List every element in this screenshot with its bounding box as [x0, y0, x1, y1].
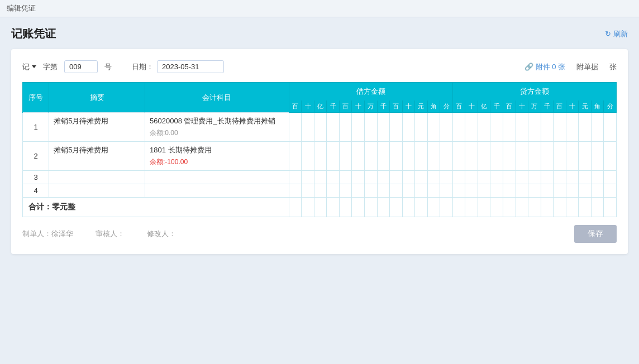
- cell-account[interactable]: [145, 171, 289, 184]
- cell-debit-7[interactable]: [377, 113, 390, 142]
- cell-debit-1[interactable]: [302, 113, 314, 142]
- cell-credit-4[interactable]: [503, 142, 516, 171]
- cell-debit-12[interactable]: [440, 184, 453, 198]
- cell-debit-6[interactable]: [365, 113, 378, 142]
- cell-credit-1[interactable]: [465, 113, 478, 142]
- cell-credit-11[interactable]: [591, 171, 604, 184]
- cell-credit-5[interactable]: [516, 142, 528, 171]
- cell-credit-9[interactable]: [566, 113, 579, 142]
- cell-debit-9[interactable]: [402, 184, 415, 198]
- cell-credit-6[interactable]: [528, 171, 541, 184]
- cell-credit-2[interactable]: [478, 142, 490, 171]
- cell-debit-6[interactable]: [365, 171, 378, 184]
- cell-debit-9[interactable]: [402, 142, 415, 171]
- date-input[interactable]: [157, 60, 224, 73]
- cell-credit-8[interactable]: [554, 171, 566, 184]
- cell-credit-7[interactable]: [541, 171, 554, 184]
- cell-credit-7[interactable]: [541, 113, 554, 142]
- cell-debit-3[interactable]: [327, 142, 340, 171]
- cell-debit-6[interactable]: [365, 184, 378, 198]
- cell-debit-3[interactable]: [327, 171, 340, 184]
- attachment-link[interactable]: 🔗 附件 0 张: [524, 62, 565, 72]
- cell-account[interactable]: 56020008 管理费用_长期待摊费用摊销余额:0.00: [145, 113, 289, 142]
- cell-account[interactable]: 1801 长期待摊费用余额:-100.00: [145, 142, 289, 171]
- cell-debit-6[interactable]: [365, 142, 378, 171]
- cell-credit-0[interactable]: [452, 113, 465, 142]
- cell-debit-4[interactable]: [339, 171, 352, 184]
- cell-credit-6[interactable]: [528, 142, 541, 171]
- cell-credit-8[interactable]: [554, 113, 566, 142]
- cell-credit-9[interactable]: [566, 171, 579, 184]
- cell-debit-4[interactable]: [339, 113, 352, 142]
- cell-debit-3[interactable]: [327, 113, 340, 142]
- cell-debit-0[interactable]: [289, 171, 302, 184]
- cell-credit-4[interactable]: [503, 171, 516, 184]
- cell-credit-2[interactable]: [478, 171, 490, 184]
- table-row[interactable]: 4: [23, 184, 617, 198]
- cell-debit-11[interactable]: [427, 171, 440, 184]
- cell-credit-1[interactable]: [465, 171, 478, 184]
- cell-debit-2[interactable]: [314, 142, 327, 171]
- cell-credit-10[interactable]: [579, 184, 592, 198]
- voucher-number-input[interactable]: [64, 60, 98, 73]
- cell-credit-4[interactable]: [503, 184, 516, 198]
- cell-debit-3[interactable]: [327, 184, 340, 198]
- cell-debit-12[interactable]: [440, 171, 453, 184]
- cell-debit-5[interactable]: [352, 142, 365, 171]
- cell-debit-7[interactable]: [377, 142, 390, 171]
- cell-debit-10[interactable]: [415, 184, 428, 198]
- cell-credit-8[interactable]: [554, 142, 566, 171]
- cell-debit-5[interactable]: [352, 113, 365, 142]
- cell-debit-5[interactable]: [352, 184, 365, 198]
- cell-credit-3[interactable]: [490, 113, 503, 142]
- cell-credit-6[interactable]: [528, 113, 541, 142]
- cell-debit-11[interactable]: [427, 113, 440, 142]
- cell-credit-1[interactable]: [465, 142, 478, 171]
- cell-debit-0[interactable]: [289, 184, 302, 198]
- cell-credit-12[interactable]: [604, 142, 617, 171]
- cell-credit-2[interactable]: [478, 184, 490, 198]
- cell-debit-8[interactable]: [390, 113, 403, 142]
- cell-debit-8[interactable]: [390, 171, 403, 184]
- cell-debit-12[interactable]: [440, 113, 453, 142]
- cell-credit-9[interactable]: [566, 184, 579, 198]
- cell-credit-12[interactable]: [604, 113, 617, 142]
- cell-debit-12[interactable]: [440, 142, 453, 171]
- cell-credit-11[interactable]: [591, 184, 604, 198]
- cell-credit-7[interactable]: [541, 142, 554, 171]
- cell-credit-10[interactable]: [579, 171, 592, 184]
- cell-debit-4[interactable]: [339, 142, 352, 171]
- cell-account[interactable]: [145, 184, 289, 198]
- cell-credit-3[interactable]: [490, 142, 503, 171]
- cell-credit-10[interactable]: [579, 142, 592, 171]
- cell-credit-0[interactable]: [452, 184, 465, 198]
- cell-credit-12[interactable]: [604, 171, 617, 184]
- cell-debit-10[interactable]: [415, 171, 428, 184]
- cell-credit-12[interactable]: [604, 184, 617, 198]
- cell-credit-0[interactable]: [452, 171, 465, 184]
- cell-debit-8[interactable]: [390, 142, 403, 171]
- table-row[interactable]: 1摊销5月待摊费用56020008 管理费用_长期待摊费用摊销余额:0.00: [23, 113, 617, 142]
- cell-credit-5[interactable]: [516, 184, 528, 198]
- cell-credit-5[interactable]: [516, 171, 528, 184]
- cell-debit-9[interactable]: [402, 113, 415, 142]
- save-button[interactable]: 保存: [574, 225, 617, 243]
- cell-debit-1[interactable]: [302, 171, 314, 184]
- cell-credit-11[interactable]: [591, 142, 604, 171]
- cell-debit-10[interactable]: [415, 142, 428, 171]
- cell-summary[interactable]: [49, 184, 145, 198]
- cell-debit-2[interactable]: [314, 113, 327, 142]
- cell-summary[interactable]: [49, 171, 145, 184]
- voucher-type-dropdown[interactable]: 记: [22, 62, 36, 72]
- cell-debit-5[interactable]: [352, 171, 365, 184]
- cell-debit-7[interactable]: [377, 171, 390, 184]
- cell-debit-9[interactable]: [402, 171, 415, 184]
- cell-debit-2[interactable]: [314, 184, 327, 198]
- cell-debit-11[interactable]: [427, 184, 440, 198]
- cell-credit-6[interactable]: [528, 184, 541, 198]
- table-row[interactable]: 2摊销5月待摊费用1801 长期待摊费用余额:-100.00: [23, 142, 617, 171]
- cell-debit-7[interactable]: [377, 184, 390, 198]
- cell-credit-4[interactable]: [503, 113, 516, 142]
- cell-debit-0[interactable]: [289, 142, 302, 171]
- cell-summary[interactable]: 摊销5月待摊费用: [49, 142, 145, 171]
